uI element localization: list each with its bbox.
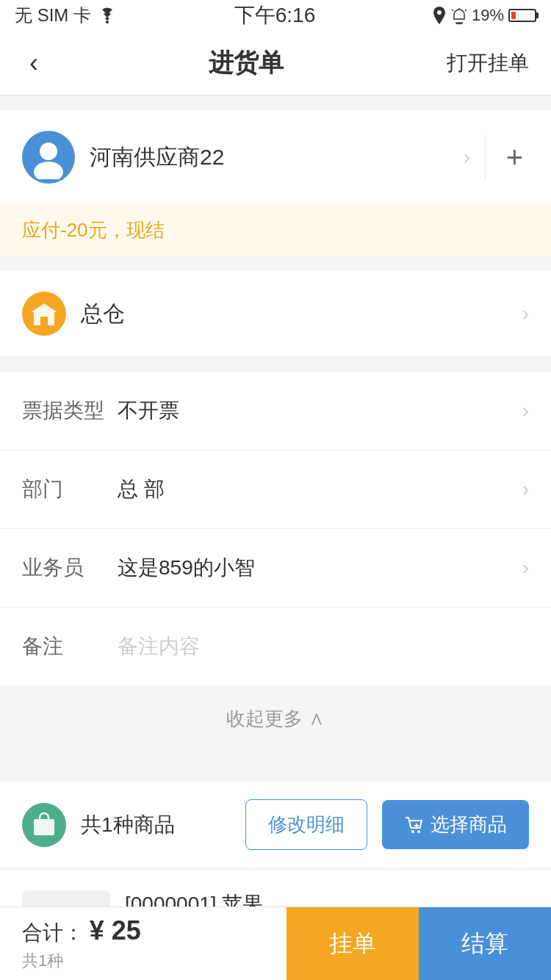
salesperson-label: 业务员 [22,554,118,582]
cart-icon [404,816,425,834]
invoice-row[interactable]: 票据类型 不开票 › [0,371,551,450]
location-icon [432,7,447,24]
svg-point-0 [106,21,109,24]
settle-button[interactable]: 结算 [419,907,551,980]
dept-label: 部门 [22,475,118,503]
warehouse-chevron-icon: › [522,302,529,325]
supplier-chevron-icon: › [464,145,470,169]
warehouse-icon [22,292,66,336]
page-title: 进货单 [209,46,284,80]
gap-4 [0,752,551,767]
products-header: 共1种商品 修改明细 选择商品 [0,782,551,868]
svg-point-7 [411,830,414,833]
total-count: 共1种 [22,950,264,972]
warehouse-row[interactable]: 总仓 › [0,271,551,356]
nav-bar: ‹ 进货单 打开挂单 [0,31,551,96]
select-product-label: 选择商品 [431,812,507,837]
svg-point-8 [417,830,420,833]
hang-label: 挂单 [329,928,376,960]
status-bar: 无 SIM 卡 下午6:16 19% [0,0,551,31]
warehouse-name: 总仓 [81,299,515,329]
dept-value: 总 部 [118,475,515,503]
svg-point-2 [34,162,63,179]
supplier-row[interactable]: 河南供应商22 › + [0,110,551,204]
time-label: 下午6:16 [234,1,316,29]
svg-point-1 [40,143,57,160]
salesperson-chevron-icon: › [522,556,529,580]
dept-row[interactable]: 部门 总 部 › [0,450,551,528]
select-product-button[interactable]: 选择商品 [382,800,529,849]
form-card: 票据类型 不开票 › 部门 总 部 › 业务员 这是859的小智 › 备注 备注… [0,371,551,685]
remarks-label: 备注 [22,633,118,660]
svg-rect-5 [40,317,48,325]
salesperson-value: 这是859的小智 [118,554,515,582]
svg-marker-4 [31,303,57,312]
status-left: 无 SIM 卡 [15,4,118,27]
invoice-chevron-icon: › [522,399,529,422]
supplier-name: 河南供应商22 [90,143,456,173]
supplier-card: 河南供应商22 › + 应付-20元，现结 [0,110,551,256]
carrier-label: 无 SIM 卡 [15,4,91,27]
collapse-toggle[interactable]: 收起更多 ∧ [0,685,551,752]
warehouse-card[interactable]: 总仓 › [0,271,551,356]
total-section: 合计： ¥ 25 共1种 [0,907,287,980]
salesperson-row[interactable]: 业务员 这是859的小智 › [0,528,551,607]
gap-3 [0,356,551,371]
invoice-value: 不开票 [118,397,515,425]
remarks-input[interactable]: 备注内容 [118,633,529,660]
svg-rect-6 [34,819,54,835]
remarks-row[interactable]: 备注 备注内容 [0,607,551,685]
status-right: 19% [432,6,536,25]
wifi-icon [97,7,118,24]
alarm-icon [451,7,467,24]
settle-label: 结算 [461,928,508,960]
total-value: ¥ 25 [90,915,141,945]
battery-label: 19% [472,6,504,25]
products-count: 共1种商品 [81,811,231,839]
total-row: 合计： ¥ 25 [22,915,264,947]
products-icon [22,803,66,847]
collapse-label: 收起更多 ∧ [226,707,324,729]
invoice-label: 票据类型 [22,397,118,425]
supplier-avatar [22,131,75,184]
notice-text: 应付-20元，现结 [22,219,165,241]
dept-chevron-icon: › [522,478,529,501]
hang-button[interactable]: 挂单 [287,907,419,980]
gap-2 [0,256,551,271]
notice-banner: 应付-20元，现结 [0,204,551,256]
bottom-bar: 合计： ¥ 25 共1种 挂单 结算 [0,907,551,980]
total-label: 合计： [22,921,84,944]
gap-1 [0,96,551,110]
battery-icon [508,9,536,22]
back-button[interactable]: ‹ [22,40,46,86]
modify-detail-button[interactable]: 修改明细 [245,799,367,850]
person-icon [26,135,71,179]
add-supplier-button[interactable]: + [485,135,529,179]
open-hang-button[interactable]: 打开挂单 [447,49,529,77]
